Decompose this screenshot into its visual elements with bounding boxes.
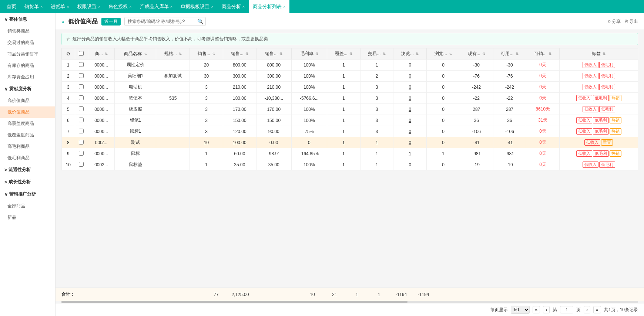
cell-browse1[interactable]: 1: [393, 148, 427, 159]
nav-templates[interactable]: 单据模板设置 ×: [177, 0, 217, 13]
cell-browse1[interactable]: 0: [393, 60, 427, 71]
cell-browse1[interactable]: 0: [393, 93, 427, 104]
cell-browse1[interactable]: 0: [393, 104, 427, 115]
export-label: 导出: [629, 18, 638, 25]
nav-close-permissions[interactable]: ×: [98, 4, 100, 9]
col-checkbox[interactable]: [75, 48, 88, 60]
nav-close-purchase[interactable]: ×: [67, 4, 69, 9]
cell-no: 9: [62, 148, 75, 159]
cell-browse2: 0: [427, 93, 460, 104]
browse-link[interactable]: 0: [409, 162, 411, 167]
sidebar-group-contribution[interactable]: ∨ 贡献度分析: [0, 83, 55, 95]
cell-name: 笔记本: [115, 93, 156, 104]
cell-checkbox[interactable]: [75, 137, 88, 148]
sidebar-item-all-goods[interactable]: 全部商品: [0, 200, 55, 212]
cell-checkbox[interactable]: [75, 104, 88, 115]
cell-checkbox[interactable]: [75, 93, 88, 104]
cell-checkbox[interactable]: [75, 126, 88, 137]
nav-close-sales[interactable]: ×: [40, 4, 43, 9]
sidebar-item-low-value[interactable]: 低价值商品: [0, 106, 55, 118]
cell-sales2: -10,380...: [256, 93, 291, 104]
last-page-button[interactable]: »: [593, 306, 601, 313]
cell-browse1[interactable]: 0: [393, 82, 427, 93]
cell-gross: -164.85%: [291, 148, 327, 159]
nav-home[interactable]: 首页: [3, 0, 20, 13]
row-checkbox[interactable]: [79, 84, 84, 89]
col-settings[interactable]: ⚙: [62, 48, 75, 60]
select-all-checkbox[interactable]: [79, 51, 84, 56]
nav-sales[interactable]: 销货单 ×: [21, 0, 46, 13]
nav-stock-in[interactable]: 产成品入库单 ×: [136, 0, 176, 13]
browse-link[interactable]: 0: [409, 74, 411, 79]
row-checkbox[interactable]: [79, 106, 84, 111]
sidebar-item-stock-goods[interactable]: 有库存的商品: [0, 60, 55, 71]
cell-browse1[interactable]: 0: [393, 159, 427, 170]
cell-checkbox[interactable]: [75, 159, 88, 170]
sidebar-group-flow[interactable]: > 流通性分析: [0, 164, 55, 176]
row-checkbox[interactable]: [79, 162, 84, 167]
cell-browse1[interactable]: 0: [393, 126, 427, 137]
first-page-button[interactable]: «: [533, 306, 540, 313]
browse-link[interactable]: 0: [409, 62, 411, 68]
browse-link[interactable]: 0: [409, 107, 411, 112]
search-icon[interactable]: 🔍: [197, 18, 204, 24]
nav-purchase[interactable]: 进货单 ×: [47, 0, 73, 13]
sidebar-item-new-goods[interactable]: 新品: [0, 212, 55, 223]
horizontal-scrollbar[interactable]: [61, 301, 638, 303]
row-checkbox[interactable]: [79, 118, 84, 122]
row-checkbox[interactable]: [79, 73, 84, 78]
next-page-button[interactable]: ›: [584, 306, 590, 313]
cell-browse1[interactable]: 0: [393, 137, 427, 148]
sidebar-group-overall[interactable]: ∨ 整体信息: [0, 13, 55, 26]
sidebar-item-stock-capital[interactable]: 库存资金占用: [0, 71, 55, 83]
filter-recent-month-button[interactable]: 近一月: [101, 18, 121, 26]
sidebar-item-traded-goods[interactable]: 交易过的商品: [0, 37, 55, 48]
nav-roles[interactable]: 角色授权 ×: [105, 0, 135, 13]
row-checkbox[interactable]: [79, 95, 84, 100]
sidebar-item-high-gross[interactable]: 高毛利商品: [0, 141, 55, 152]
nav-close-templates[interactable]: ×: [211, 4, 213, 9]
cell-browse1[interactable]: 0: [393, 71, 427, 82]
nav-goods-analysis[interactable]: 商品分析 ×: [218, 0, 248, 13]
sidebar-item-low-coverage[interactable]: 低覆盖度商品: [0, 129, 55, 141]
tag-badge: 重置: [601, 139, 613, 146]
search-input[interactable]: [124, 17, 206, 26]
sidebar-item-low-gross[interactable]: 低毛利商品: [0, 152, 55, 164]
row-checkbox[interactable]: [79, 151, 84, 156]
browse-link[interactable]: 0: [409, 140, 411, 145]
browse-link[interactable]: 0: [409, 96, 411, 101]
nav-close-stock-in[interactable]: ×: [170, 4, 172, 9]
export-button[interactable]: ⎗ 导出: [625, 18, 638, 25]
row-checkbox[interactable]: [79, 140, 84, 145]
browse-link[interactable]: 1: [409, 151, 411, 156]
cell-checkbox[interactable]: [75, 60, 88, 71]
nav-goods-analysis-list[interactable]: 商品分析列表 ×: [249, 0, 289, 13]
cell-checkbox[interactable]: [75, 115, 88, 126]
browse-link[interactable]: 0: [409, 85, 411, 90]
sidebar-item-sales-goods[interactable]: 销售类商品: [0, 26, 55, 37]
cell-checkbox[interactable]: [75, 71, 88, 82]
page-number-input[interactable]: [560, 306, 573, 313]
sidebar-group-growth[interactable]: > 成长性分析: [0, 176, 55, 188]
main-layout: ∨ 整体信息 销售类商品 交易过的商品 商品分类销售率 有库存的商品 库存资金占…: [0, 13, 644, 316]
per-page-select[interactable]: 50 100 200: [511, 306, 530, 314]
row-checkbox[interactable]: [79, 129, 84, 133]
share-button[interactable]: ⎋ 分享: [608, 18, 621, 25]
row-checkbox[interactable]: [79, 62, 84, 67]
nav-close-roles[interactable]: ×: [129, 4, 131, 9]
sidebar-group-marketing[interactable]: ∨ 营销推广分析: [0, 188, 55, 200]
browse-link[interactable]: 0: [409, 118, 411, 123]
browse-link[interactable]: 0: [409, 129, 411, 134]
nav-close-goods-analysis-list[interactable]: ×: [283, 4, 285, 9]
sidebar-collapse-button[interactable]: «: [61, 18, 64, 24]
cell-checkbox[interactable]: [75, 148, 88, 159]
cell-browse1[interactable]: 0: [393, 115, 427, 126]
cell-sale-days: 8610天: [526, 104, 560, 115]
nav-permissions[interactable]: 权限设置 ×: [74, 0, 104, 13]
nav-close-goods-analysis[interactable]: ×: [242, 4, 245, 9]
sidebar-item-high-value[interactable]: 高价值商品: [0, 95, 55, 106]
sidebar-item-category-sales-rate[interactable]: 商品分类销售率: [0, 48, 55, 60]
prev-page-button[interactable]: ‹: [543, 306, 550, 313]
cell-checkbox[interactable]: [75, 82, 88, 93]
sidebar-item-high-coverage[interactable]: 高覆盖度商品: [0, 118, 55, 129]
